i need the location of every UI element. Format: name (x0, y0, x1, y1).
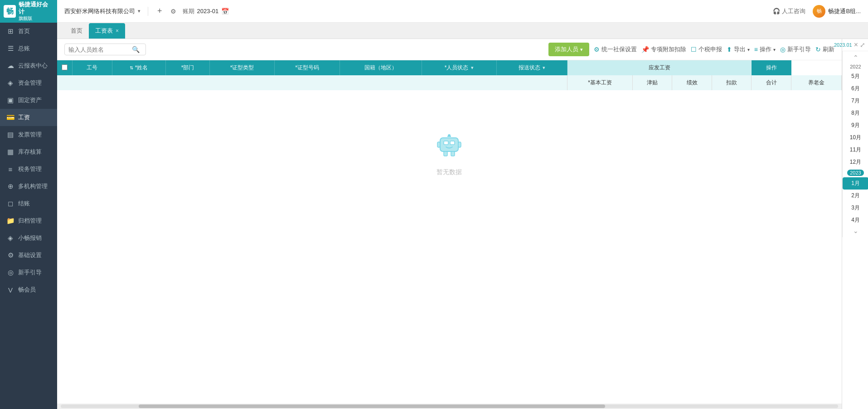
sidebar-item-assets[interactable]: ▣ 固定资产 (0, 92, 57, 109)
panel-controls: 2023.01 × ⤢ (842, 39, 868, 51)
sidebar-item-settings[interactable]: ⚙ 基础设置 (0, 247, 57, 264)
guide-action[interactable]: ◎ 新手引导 (780, 45, 811, 54)
th-id-num: *证型号码 (275, 60, 339, 75)
month-item-2022-5[interactable]: 5月 (843, 70, 868, 83)
search-input[interactable] (68, 46, 132, 53)
panel-expand-button[interactable]: ⤢ (860, 41, 865, 49)
sidebar-item-archive[interactable]: 📁 归档管理 (0, 212, 57, 229)
deduction-label: 专项附加扣除 (651, 45, 686, 54)
account-period: 账期 2023-01 📅 (183, 7, 229, 15)
settings-button[interactable]: ⚙ (169, 7, 178, 16)
panel-close-button[interactable]: × (854, 41, 858, 49)
operation-label: 操作 (760, 45, 771, 54)
month-item-2022-8[interactable]: 8月 (843, 107, 868, 119)
sidebar-item-label: 新手引导 (18, 268, 42, 277)
month-item-2022-9[interactable]: 9月 (843, 119, 868, 131)
deduction-action[interactable]: 📌 专项附加扣除 (641, 45, 686, 54)
horizontal-scrollbar[interactable] (57, 404, 842, 409)
sidebar-item-expense[interactable]: ◈ 小畅报销 (0, 229, 57, 247)
doc-icon: ☐ (691, 46, 697, 53)
sidebar-item-label: 畅会员 (18, 286, 36, 294)
month-item-2022-7[interactable]: 7月 (843, 95, 868, 107)
sidebar-item-multi-org[interactable]: ⊕ 多机构管理 (0, 178, 57, 195)
th-report-status: 报送状态 ▾ (497, 60, 567, 75)
month-item-2023-2[interactable]: 2月 (843, 190, 868, 202)
capital-icon: ◈ (6, 79, 15, 87)
social-security-action[interactable]: ⚙ 统一社保设置 (594, 45, 637, 54)
th-deduction: 扣款 (712, 75, 752, 90)
sidebar-item-capital[interactable]: ◈ 资金管理 (0, 74, 57, 92)
scroll-up-button[interactable]: ⌃ (843, 53, 868, 62)
date-list[interactable]: ⌃ 2022 5月 6月 7月 8月 9月 10月 11月 12月 2023 1… (842, 51, 868, 237)
month-item-2022-6[interactable]: 6月 (843, 83, 868, 95)
year-2023-badge: 2023 (847, 170, 863, 176)
social-security-label: 统一社保设置 (601, 45, 637, 54)
table-scroll[interactable]: 工号 ⇅ *姓名 *部门 *证型类型 (57, 60, 842, 404)
guide-icon: ◎ (780, 46, 786, 53)
empty-state: 暂无数据 (57, 90, 842, 213)
select-all-checkbox[interactable] (62, 64, 68, 70)
sidebar-item-salary[interactable]: 💳 工资 (0, 109, 57, 126)
svg-rect-5 (437, 142, 440, 147)
scroll-down-button[interactable]: ⌄ (843, 226, 868, 235)
sidebar-item-label: 发票管理 (18, 131, 42, 139)
expense-icon: ◈ (6, 234, 15, 242)
settings-icon: ⚙ (6, 251, 15, 259)
sidebar-item-member[interactable]: V 畅会员 (0, 281, 57, 298)
export-label: 导出 (734, 45, 746, 54)
sidebar-item-label: 云报表中心 (18, 62, 48, 70)
sidebar-item-label: 多机构管理 (18, 182, 48, 190)
top-bar-right: 🎧 人工咨询 畅 畅捷通B组... (773, 5, 861, 18)
service-button[interactable]: 🎧 人工咨询 (773, 7, 805, 15)
table-header-row1: 工号 ⇅ *姓名 *部门 *证型类型 (57, 60, 842, 75)
tax-report-action[interactable]: ☐ 个税申报 (691, 45, 722, 54)
month-item-2023-3[interactable]: 3月 (843, 202, 868, 214)
operation-action[interactable]: ≡ 操作 ▾ (754, 45, 776, 54)
month-item-2022-10[interactable]: 10月 (843, 131, 868, 144)
chevron-down-icon: ▾ (747, 47, 750, 52)
export-action[interactable]: ⬆ 导出 ▾ (727, 45, 750, 54)
sidebar-item-close[interactable]: ◻ 结账 (0, 195, 57, 212)
add-company-button[interactable]: + (155, 5, 164, 17)
company-selector[interactable]: 西安虾米网络科技有限公司 ▾ (64, 7, 141, 15)
tab-salary-table[interactable]: 工资表 × (89, 23, 125, 39)
top-bar: 西安虾米网络科技有限公司 ▾ + ⚙ 账期 2023-01 📅 🎧 人工咨询 畅… (57, 0, 868, 23)
company-name: 西安虾米网络科技有限公司 (64, 7, 135, 15)
month-item-2022-12[interactable]: 12月 (843, 156, 868, 168)
sidebar-item-label: 首页 (18, 27, 30, 35)
scroll-thumb[interactable] (139, 404, 605, 408)
guide-icon: ◎ (6, 268, 15, 277)
year-2022-label: 2022 (850, 62, 861, 70)
avatar: 畅 (813, 5, 825, 18)
month-item-2023-1[interactable]: 1月 (843, 177, 868, 190)
multi-org-icon: ⊕ (6, 182, 15, 190)
month-item-2023-4[interactable]: 4月 (843, 214, 868, 226)
sidebar-item-invoice[interactable]: ▤ 发票管理 (0, 126, 57, 143)
refresh-action[interactable]: ↻ 刷新 (815, 45, 834, 54)
sidebar-item-guide[interactable]: ◎ 新手引导 (0, 264, 57, 281)
period-label: 账期 (183, 7, 194, 15)
tab-home[interactable]: 首页 (64, 23, 89, 39)
tab-close-icon[interactable]: × (116, 28, 119, 34)
sidebar-item-home[interactable]: ⊞ 首页 (0, 23, 57, 40)
month-item-2022-11[interactable]: 11月 (843, 144, 868, 156)
svg-rect-7 (444, 151, 447, 156)
sidebar-item-tax[interactable]: ≡ 税务管理 (0, 161, 57, 178)
divider (148, 7, 148, 16)
search-wrap: 🔍 (64, 44, 146, 55)
user-info[interactable]: 畅 畅捷通B组... (813, 5, 861, 18)
checkbox-header[interactable] (57, 60, 73, 75)
right-date-panel: 2023.01 × ⤢ ⌃ 2022 5月 6月 7月 8月 9月 10月 11… (842, 39, 868, 409)
sidebar-item-ledger[interactable]: ☰ 总账 (0, 40, 57, 57)
member-icon: V (6, 286, 15, 294)
sidebar-item-cloud-report[interactable]: ☁ 云报表中心 (0, 57, 57, 74)
search-icon: 🔍 (132, 46, 140, 53)
chevron-down-icon: ▾ (580, 47, 583, 53)
service-label: 人工咨询 (782, 7, 805, 15)
user-name: 畅捷通B组... (828, 7, 861, 15)
sidebar-item-inventory[interactable]: ▦ 库存核算 (0, 143, 57, 161)
th-pension: 养老金 (791, 75, 842, 90)
add-person-button[interactable]: 添加人员 ▾ (548, 43, 589, 56)
svg-rect-1 (444, 141, 448, 145)
calendar-icon[interactable]: 📅 (221, 8, 229, 15)
